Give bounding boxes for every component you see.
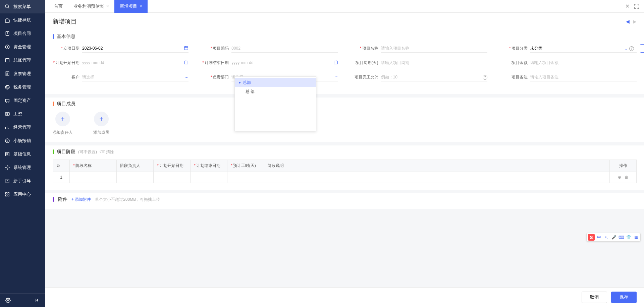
ime-lang-icon[interactable]: 中	[596, 234, 602, 240]
sidebar-item-business[interactable]: 经营管理	[0, 121, 45, 134]
sidebar-search[interactable]: 搜索菜单	[0, 0, 45, 13]
content-scroll[interactable]: 基本信息 *立项日期 *项目编码 *项目名称	[45, 30, 644, 287]
label-period: 项目周期(天)	[352, 60, 378, 66]
th-desc: 阶段说明	[264, 160, 610, 172]
cell-name[interactable]	[70, 172, 117, 183]
ime-toolbar[interactable]: S 中 •, 🎤 ⌨ 👕 ▦	[586, 233, 641, 242]
sidebar-item-label: 小畅报销	[13, 138, 31, 144]
more-icon[interactable]: ⋯	[184, 75, 189, 80]
clear-icon: ⌫	[100, 149, 105, 154]
dropdown-item-child[interactable]: 总 部	[235, 87, 316, 96]
sidebar-item-expense[interactable]: C 小畅报销	[0, 134, 45, 147]
calendar-icon[interactable]	[184, 46, 189, 51]
period-input[interactable]	[381, 59, 487, 67]
cancel-button[interactable]: 取消	[582, 292, 607, 303]
ime-toolbox-icon[interactable]: ▦	[633, 234, 639, 240]
tab-label: 新增项目	[120, 3, 137, 9]
cell-start[interactable]	[154, 172, 191, 183]
business-icon	[5, 125, 10, 130]
tab-new-project[interactable]: 新增项目 ✕	[114, 0, 148, 13]
settings-button[interactable]: ⚙设置	[640, 44, 644, 53]
completion-input[interactable]	[381, 73, 487, 81]
th-gear[interactable]: ⚙	[53, 160, 70, 172]
chevron-down-icon[interactable]: ⌵	[625, 46, 627, 51]
sidebar-item-assets[interactable]: 固定资产	[0, 94, 45, 107]
sidebar-item-label: 发票管理	[13, 71, 31, 77]
next-arrow-icon[interactable]: ▶	[633, 19, 637, 24]
category-select[interactable]	[530, 44, 637, 53]
remark-input[interactable]	[530, 73, 637, 81]
table-row[interactable]: 1 ⊕🗑	[53, 172, 637, 183]
save-button[interactable]: 保存	[611, 292, 637, 303]
cell-owner[interactable]	[117, 172, 154, 183]
gear-icon[interactable]	[5, 298, 11, 303]
cell-end[interactable]	[191, 172, 227, 183]
ime-mic-icon[interactable]: 🎤	[611, 234, 617, 240]
sidebar-item-guide[interactable]: 新手引导	[0, 174, 45, 188]
close-icon[interactable]: ✕	[139, 4, 142, 8]
sidebar-item-label: 工资	[13, 111, 22, 117]
customer-select[interactable]	[82, 73, 189, 81]
sidebar-item-label: 税务管理	[13, 84, 31, 90]
sidebar-item-tax[interactable]: 税务管理	[0, 80, 45, 94]
svg-point-14	[7, 113, 8, 115]
end-date-input[interactable]	[231, 59, 338, 67]
sidebar-item-apps[interactable]: 应用中心	[0, 188, 45, 201]
add-attachment-button[interactable]: + 添加附件	[71, 197, 91, 202]
sidebar-search-label: 搜索菜单	[13, 4, 31, 10]
sidebar-item-system[interactable]: 系统管理	[0, 161, 45, 174]
section-title: 项目成员	[57, 101, 75, 107]
svg-rect-36	[184, 61, 188, 64]
prev-arrow-icon[interactable]: ◀	[626, 19, 630, 24]
asset-icon	[5, 98, 10, 103]
salary-icon	[5, 111, 10, 117]
stages-table: ⚙ *阶段名称 阶段负责人 *计划开始日期 *计划结束日期 *预计工时(天) 阶…	[53, 160, 637, 183]
delete-row-icon[interactable]: 🗑	[625, 175, 629, 180]
start-date-input[interactable]	[82, 59, 189, 67]
sidebar-item-info[interactable]: 基础信息	[0, 147, 45, 161]
ime-logo-icon[interactable]: S	[588, 234, 595, 241]
add-manager-button[interactable]: +	[55, 112, 70, 126]
ime-keyboard-icon[interactable]: ⌨	[618, 234, 624, 240]
name-input[interactable]	[381, 44, 487, 53]
sidebar-item-ledger[interactable]: 总账管理	[0, 54, 45, 67]
close-all-icon[interactable]: ✕	[624, 3, 631, 10]
clear-button[interactable]: ⌫清除	[100, 149, 114, 155]
add-manager-label: 添加责任人	[53, 130, 73, 135]
fullscreen-icon[interactable]	[633, 3, 640, 10]
sidebar-item-salary[interactable]: 工资	[0, 107, 45, 121]
tab-profit[interactable]: 业务利润预估表 ✕	[68, 0, 114, 13]
amount-input[interactable]	[530, 59, 637, 67]
close-icon[interactable]: ✕	[106, 4, 109, 8]
th-name: *阶段名称	[70, 160, 117, 172]
guide-icon	[5, 178, 10, 184]
cell-desc[interactable]	[264, 172, 610, 183]
main-area: 首页 业务利润预估表 ✕ 新增项目 ✕ ✕ 新增项目 ◀ ▶	[45, 0, 644, 307]
sidebar-item-quicknav[interactable]: 快捷导航	[0, 13, 45, 27]
add-member-button[interactable]: +	[94, 112, 109, 126]
ime-punct-icon[interactable]: •,	[603, 234, 609, 240]
tree-expand-icon[interactable]: ▼	[238, 81, 241, 84]
sidebar-item-project[interactable]: 项目合同	[0, 27, 45, 40]
tab-home[interactable]: 首页	[49, 0, 68, 13]
sidebar-item-funds[interactable]: 资金管理	[0, 40, 45, 54]
calendar-icon[interactable]	[333, 60, 338, 66]
collapse-icon[interactable]	[35, 298, 40, 303]
ime-skin-icon[interactable]: 👕	[626, 234, 632, 240]
chevron-up-icon[interactable]: ⌃	[335, 75, 338, 80]
calendar-icon[interactable]	[184, 60, 189, 66]
sidebar-item-invoice[interactable]: 发票管理	[0, 67, 45, 80]
apps-icon	[5, 192, 10, 197]
cell-hours[interactable]	[227, 172, 264, 183]
svg-rect-26	[6, 193, 7, 194]
sidebar-item-label: 资金管理	[13, 44, 31, 50]
date-input[interactable]	[82, 44, 189, 53]
th-owner: 阶段负责人	[117, 160, 154, 172]
help-icon[interactable]: ?	[483, 75, 487, 80]
dropdown-item-parent[interactable]: ▼ 总部	[235, 78, 316, 87]
help-icon[interactable]: ?	[629, 46, 634, 51]
section-stages: 项目阶段 (可不设置) ⌫清除 ⚙ *阶段名称 阶段负责人 *计划开始日期 *计…	[45, 145, 644, 190]
code-input[interactable]	[231, 44, 338, 53]
add-row-icon[interactable]: ⊕	[618, 175, 621, 180]
label-code: *项目编码	[202, 46, 229, 51]
